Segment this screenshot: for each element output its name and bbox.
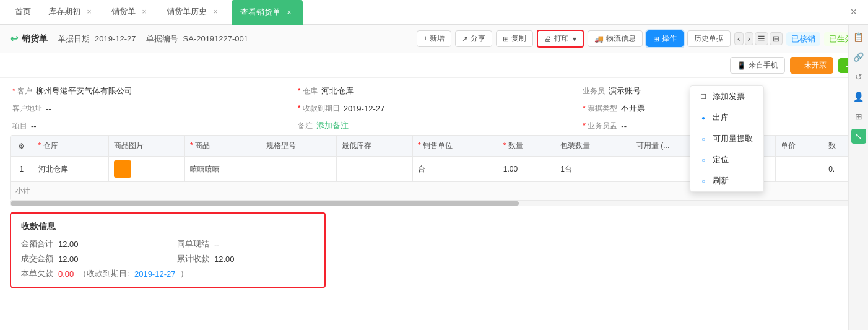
col-pack-qty: 包装数量 xyxy=(555,136,631,157)
owed-note: （收款到期日: xyxy=(79,268,129,279)
payment-info-section: 收款信息 金额合计 12.00 同单现结 -- 成交金额 12.00 累计收款 … xyxy=(10,212,326,288)
cumulative-label: 累计收款 xyxy=(177,253,209,264)
row-index: 1 xyxy=(11,157,33,182)
product-image xyxy=(114,160,131,178)
mobile-icon: 📱 xyxy=(737,61,746,70)
add-remark-button[interactable]: 添加备注 xyxy=(316,120,349,131)
print-dropdown-icon: ▾ xyxy=(573,35,576,43)
sidebar-icon-user[interactable]: 👤 xyxy=(851,89,866,104)
print-button[interactable]: 🖨 打印 ▾ xyxy=(537,30,584,48)
doc-date-label: 单据日期 2019-12-27 xyxy=(58,33,136,45)
tab-history-close[interactable]: × xyxy=(210,7,220,17)
add-invoice-label: 添加发票 xyxy=(713,91,745,102)
outbound-label: 出库 xyxy=(713,112,729,123)
remark-label: 备注 xyxy=(298,121,313,131)
window-close-button[interactable]: × xyxy=(845,6,862,19)
new-button[interactable]: + 新增 xyxy=(417,30,451,47)
owed-value: 0.00 xyxy=(58,269,74,279)
list-view-button[interactable]: ☰ xyxy=(755,32,768,45)
payment-grid: 金额合计 12.00 同单现结 -- 成交金额 12.00 累计收款 12.00… xyxy=(21,238,315,279)
amount-total-label: 金额合计 xyxy=(21,238,53,250)
next-button[interactable]: › xyxy=(745,32,753,45)
not-opened-dot xyxy=(797,63,802,68)
tab-inventory-init[interactable]: 库存期初 × xyxy=(40,0,103,25)
history-records-button[interactable]: 历史单据 xyxy=(687,30,731,47)
row-price xyxy=(775,157,823,182)
payment-title: 收款信息 xyxy=(21,221,315,232)
refresh-icon: ○ xyxy=(699,176,708,185)
tab-home[interactable]: 首页 xyxy=(6,0,40,25)
operations-button[interactable]: ⊞ 操作 xyxy=(646,30,684,47)
tab-sales-history[interactable]: 销货单历史 × xyxy=(158,0,229,25)
project-row: 项目 -- xyxy=(12,120,285,131)
col-settings[interactable]: ⚙ xyxy=(11,136,33,157)
tab-view-sales[interactable]: 查看销货单 × xyxy=(232,0,303,25)
invoice-type-label: 票据类型 xyxy=(583,103,617,114)
warehouse-label: 仓库 xyxy=(298,86,318,97)
tab-view-sales-close[interactable]: × xyxy=(284,7,294,17)
sidebar-icon-refresh[interactable]: ↺ xyxy=(851,69,866,84)
tab-sales-order[interactable]: 销货单 × xyxy=(103,0,158,25)
available-qty-icon: ○ xyxy=(699,134,708,143)
share-button[interactable]: ↗ 分享 xyxy=(455,30,492,47)
operations-icon: ⊞ xyxy=(653,35,659,43)
col-unit: * 销售单位 xyxy=(412,136,498,157)
address-value: -- xyxy=(46,104,51,113)
payment-date-value: 2019-12-27 xyxy=(344,104,385,113)
row-quantity: 1.00 xyxy=(498,157,555,182)
sidebar-icon-grid[interactable]: ⊞ xyxy=(851,109,866,124)
deal-amount-value: 12.00 xyxy=(58,254,79,264)
owed-end: ） xyxy=(180,268,188,279)
amount-total-value: 12.00 xyxy=(58,240,79,249)
warehouse-row: 仓库 河北仓库 xyxy=(298,85,571,97)
col-product-img: 商品图片 xyxy=(109,136,185,157)
salesperson2-value: -- xyxy=(621,121,627,131)
salesperson2-label: 业务员盂 xyxy=(583,121,617,131)
available-qty-item[interactable]: ○ 可用量提取 xyxy=(690,128,763,149)
not-opened-button[interactable]: 未开票 xyxy=(790,57,833,74)
row-spec xyxy=(261,157,337,182)
grid-view-button[interactable]: ⊞ xyxy=(770,32,783,45)
row-min-stock xyxy=(337,157,413,182)
tab-inventory-close[interactable]: × xyxy=(84,7,94,17)
operations-dropdown: ☐ 添加发票 ● 出库 ○ 可用量提取 ○ 定位 ○ 刷新 xyxy=(690,85,764,192)
nav-arrows: ‹ › ☰ ⊞ xyxy=(734,32,783,45)
doc-number-label: 单据编号 SA-20191227-001 xyxy=(146,33,249,45)
scroll-thumb[interactable] xyxy=(11,201,519,206)
refresh-item[interactable]: ○ 刷新 xyxy=(690,170,763,191)
sidebar-icon-clipboard[interactable]: 📋 xyxy=(851,30,866,45)
row-unit: 台 xyxy=(412,157,498,182)
payment-date-label: 收款到期日 xyxy=(298,103,340,114)
copy-button[interactable]: ⊞ 复制 xyxy=(496,30,533,47)
owed-label: 本单欠款 xyxy=(21,268,53,279)
salesperson-label: 业务员 xyxy=(583,86,605,97)
refresh-label: 刷新 xyxy=(713,175,729,186)
logistics-button[interactable]: 🚚 物流信息 xyxy=(588,30,643,47)
sidebar-icon-expand[interactable]: ⤡ xyxy=(851,129,866,144)
doc-number-value: SA-20191227-001 xyxy=(183,34,249,43)
tab-sales-close[interactable]: × xyxy=(139,7,149,17)
row-pack-qty: 1台 xyxy=(555,157,631,182)
remark-row: 备注 添加备注 xyxy=(298,120,571,131)
add-invoice-icon: ☐ xyxy=(699,92,708,101)
right-sidebar: 📋 🔗 ↺ 👤 ⊞ ⤡ xyxy=(848,25,868,330)
locate-label: 定位 xyxy=(713,154,729,165)
tab-inventory-label: 库存期初 xyxy=(48,6,80,17)
table-scrollbar[interactable] xyxy=(10,201,858,206)
logistics-icon: 🚚 xyxy=(594,35,604,43)
add-invoice-item[interactable]: ☐ 添加发票 xyxy=(690,86,763,107)
doc-header: ↩ 销货单 单据日期 2019-12-27 单据编号 SA-20191227-0… xyxy=(0,25,868,53)
mobile-button[interactable]: 📱 来自手机 xyxy=(730,57,785,74)
sidebar-icon-link[interactable]: 🔗 xyxy=(851,50,866,64)
deal-amount-row: 成交金额 12.00 xyxy=(21,253,158,264)
prev-button[interactable]: ‹ xyxy=(734,32,743,45)
customer-label: 客户 xyxy=(12,86,32,97)
tab-bar: 首页 库存期初 × 销货单 × 销货单历史 × 查看销货单 × × xyxy=(0,0,868,25)
customer-value: 柳州粤港平安气体有限公司 xyxy=(36,85,132,97)
locate-item[interactable]: ○ 定位 xyxy=(690,149,763,170)
deal-amount-label: 成交金额 xyxy=(21,253,53,264)
status-sold-badge: 已核销 xyxy=(786,32,820,46)
cumulative-value: 12.00 xyxy=(214,254,235,264)
col-price: 单价 xyxy=(775,136,823,157)
outbound-item[interactable]: ● 出库 xyxy=(690,107,763,128)
